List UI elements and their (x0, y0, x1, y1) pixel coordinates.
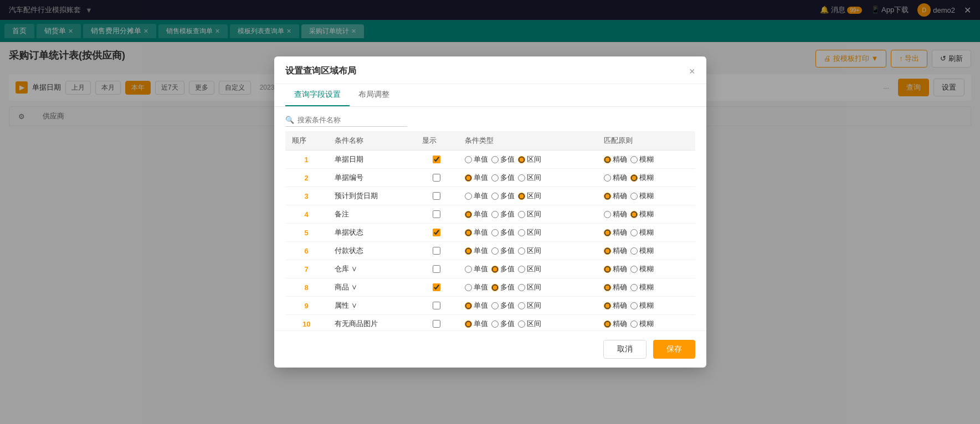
rule-option-精确[interactable]: 精确 (604, 209, 627, 219)
type-option-单值[interactable]: 单值 (465, 209, 488, 219)
row-display[interactable] (415, 260, 458, 278)
row-type[interactable]: 单值多值区间 (458, 278, 597, 297)
rule-option-精确[interactable]: 精确 (604, 282, 627, 292)
type-option-多值[interactable]: 多值 (491, 301, 515, 311)
row-type[interactable]: 单值多值区间 (458, 205, 597, 224)
row-rule[interactable]: 精确模糊 (597, 169, 695, 187)
tab-query-fields[interactable]: 查询字段设置 (285, 84, 350, 106)
display-checkbox[interactable] (433, 320, 440, 328)
rule-option-模糊[interactable]: 模糊 (630, 246, 654, 256)
row-rule[interactable]: 精确模糊 (597, 224, 695, 242)
rule-option-模糊[interactable]: 模糊 (630, 301, 654, 311)
rule-option-精确[interactable]: 精确 (604, 191, 627, 201)
rule-option-精确[interactable]: 精确 (604, 319, 627, 329)
table-row: 9属性 ∨单值多值区间精确模糊 (285, 297, 695, 315)
row-rule[interactable]: 精确模糊 (597, 205, 695, 224)
rule-option-模糊[interactable]: 模糊 (630, 282, 654, 292)
display-checkbox[interactable] (433, 265, 440, 273)
rule-option-精确[interactable]: 精确 (604, 173, 627, 183)
row-type[interactable]: 单值多值区间 (458, 224, 597, 242)
row-type[interactable]: 单值多值区间 (458, 169, 597, 187)
type-option-多值[interactable]: 多值 (491, 209, 515, 219)
type-option-多值[interactable]: 多值 (491, 282, 515, 292)
row-display[interactable] (415, 169, 458, 187)
cancel-button[interactable]: 取消 (603, 340, 647, 359)
rule-option-精确[interactable]: 精确 (604, 246, 627, 256)
row-display[interactable] (415, 187, 458, 205)
type-option-区间[interactable]: 区间 (518, 246, 541, 256)
type-option-多值[interactable]: 多值 (491, 319, 515, 329)
row-type[interactable]: 单值多值区间 (458, 315, 597, 331)
rule-option-精确[interactable]: 精确 (604, 301, 627, 311)
row-type[interactable]: 单值多值区间 (458, 297, 597, 315)
type-option-单值[interactable]: 单值 (465, 246, 488, 256)
display-checkbox[interactable] (433, 302, 440, 309)
type-option-区间[interactable]: 区间 (518, 264, 541, 274)
rule-option-精确[interactable]: 精确 (604, 227, 627, 237)
type-option-多值[interactable]: 多值 (491, 264, 515, 274)
type-option-单值[interactable]: 单值 (465, 154, 488, 164)
row-rule[interactable]: 精确模糊 (597, 242, 695, 260)
row-type[interactable]: 单值多值区间 (458, 260, 597, 278)
display-checkbox[interactable] (433, 156, 440, 163)
row-display[interactable] (415, 242, 458, 260)
type-option-区间[interactable]: 区间 (518, 173, 541, 183)
display-checkbox[interactable] (433, 283, 440, 291)
type-option-区间[interactable]: 区间 (518, 301, 541, 311)
dialog-close-btn[interactable]: × (689, 66, 695, 76)
rule-option-模糊[interactable]: 模糊 (630, 191, 654, 201)
rule-option-精确[interactable]: 精确 (604, 264, 627, 274)
row-rule[interactable]: 精确模糊 (597, 297, 695, 315)
type-option-区间[interactable]: 区间 (518, 209, 541, 219)
type-option-单值[interactable]: 单值 (465, 173, 488, 183)
rule-option-模糊[interactable]: 模糊 (630, 264, 654, 274)
display-checkbox[interactable] (433, 229, 440, 236)
type-option-多值[interactable]: 多值 (491, 246, 515, 256)
type-option-单值[interactable]: 单值 (465, 319, 488, 329)
type-option-单值[interactable]: 单值 (465, 264, 488, 274)
type-option-区间[interactable]: 区间 (518, 282, 541, 292)
row-display[interactable] (415, 315, 458, 331)
type-option-多值[interactable]: 多值 (491, 173, 515, 183)
save-button[interactable]: 保存 (653, 340, 695, 359)
type-option-多值[interactable]: 多值 (491, 154, 515, 164)
row-display[interactable] (415, 278, 458, 297)
row-type[interactable]: 单值多值区间 (458, 151, 597, 169)
type-option-多值[interactable]: 多值 (491, 191, 515, 201)
type-option-单值[interactable]: 单值 (465, 301, 488, 311)
row-display[interactable] (415, 205, 458, 224)
table-row: 10有无商品图片单值多值区间精确模糊 (285, 315, 695, 331)
row-display[interactable] (415, 224, 458, 242)
row-rule[interactable]: 精确模糊 (597, 260, 695, 278)
rule-option-模糊[interactable]: 模糊 (630, 209, 654, 219)
rule-option-模糊[interactable]: 模糊 (630, 227, 654, 237)
row-order: 2 (285, 169, 328, 187)
row-display[interactable] (415, 297, 458, 315)
type-option-区间[interactable]: 区间 (518, 191, 541, 201)
type-option-单值[interactable]: 单值 (465, 282, 488, 292)
row-type[interactable]: 单值多值区间 (458, 242, 597, 260)
type-option-单值[interactable]: 单值 (465, 191, 488, 201)
type-option-单值[interactable]: 单值 (465, 227, 488, 237)
rule-option-模糊[interactable]: 模糊 (630, 173, 654, 183)
type-option-区间[interactable]: 区间 (518, 227, 541, 237)
row-type[interactable]: 单值多值区间 (458, 187, 597, 205)
type-option-区间[interactable]: 区间 (518, 154, 541, 164)
condition-table-scroll[interactable]: 顺序 条件名称 显示 条件类型 匹配原则 1单据日期单值多值区间精确模糊2单据编… (285, 131, 695, 330)
rule-option-模糊[interactable]: 模糊 (630, 319, 654, 329)
row-rule[interactable]: 精确模糊 (597, 151, 695, 169)
display-checkbox[interactable] (433, 192, 440, 200)
display-checkbox[interactable] (433, 174, 440, 182)
search-input[interactable] (297, 116, 397, 124)
display-checkbox[interactable] (433, 210, 440, 218)
row-rule[interactable]: 精确模糊 (597, 187, 695, 205)
display-checkbox[interactable] (433, 247, 440, 255)
row-display[interactable] (415, 151, 458, 169)
row-rule[interactable]: 精确模糊 (597, 278, 695, 297)
row-rule[interactable]: 精确模糊 (597, 315, 695, 331)
tab-layout-adjust[interactable]: 布局调整 (350, 84, 398, 106)
type-option-区间[interactable]: 区间 (518, 319, 541, 329)
rule-option-模糊[interactable]: 模糊 (630, 154, 654, 164)
type-option-多值[interactable]: 多值 (491, 227, 515, 237)
rule-option-精确[interactable]: 精确 (604, 154, 627, 164)
